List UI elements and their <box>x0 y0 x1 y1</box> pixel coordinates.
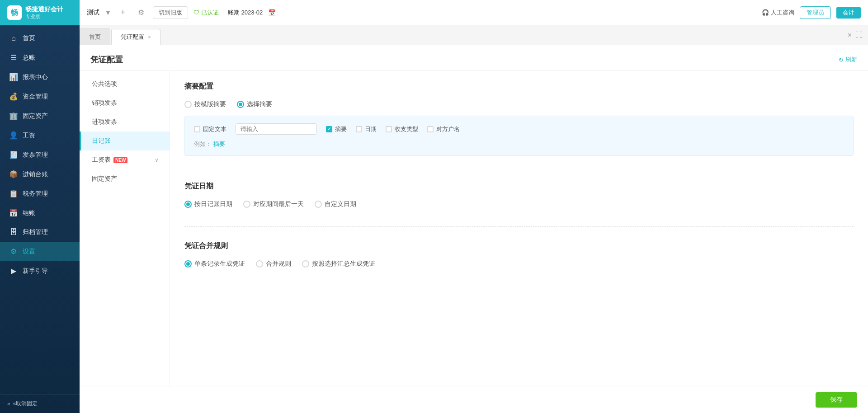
accountant-btn[interactable]: 会计 <box>836 7 861 19</box>
tab-home[interactable]: 首页 <box>80 28 110 45</box>
report-icon: 📊 <box>9 73 18 81</box>
left-nav-item-purchase_inv[interactable]: 进项发票 <box>80 113 170 131</box>
refresh-btn[interactable]: ↻ 刷新 <box>839 56 857 64</box>
switch-old-btn[interactable]: 切到旧版 <box>153 6 188 19</box>
example-prefix: 例如： <box>194 141 212 147</box>
radio-single[interactable]: 单条记录生成凭证 <box>184 260 245 268</box>
sidebar-item-settings[interactable]: ⚙ 设置 <box>0 242 80 261</box>
logo-icon: 畅 <box>7 5 22 20</box>
page-header: 凭证配置 ↻ 刷新 <box>80 45 868 71</box>
checkbox-income-type-outer <box>386 126 392 132</box>
radio-merge-rule-outer <box>256 260 263 268</box>
radio-select-inner <box>239 103 242 106</box>
sidebar-nav: ⌂ 首页 ☰ 总账 📊 报表中心 💰 资金管理 🏢 固定资产 👤 工资 🧾 发票… <box>0 25 80 394</box>
radio-journal-date[interactable]: 按日记账日期 <box>184 200 232 208</box>
sidebar-item-payroll[interactable]: 👤 工资 <box>0 126 80 145</box>
income-type-label: 收支类型 <box>395 125 418 133</box>
sidebar-item-guide[interactable]: ▶ 新手引导 <box>0 261 80 281</box>
close-window-btn[interactable]: × <box>848 31 852 39</box>
left-nav-item-fixed_assets[interactable]: 固定资产 <box>80 169 170 188</box>
left-nav-label-journal: 日记账 <box>92 137 111 145</box>
home-icon: ⌂ <box>9 34 18 42</box>
radio-summary-gen-label: 按照选择汇总生成凭证 <box>312 260 375 268</box>
radio-template-summary[interactable]: 按模版摘要 <box>184 100 226 108</box>
radio-custom-date[interactable]: 自定义日期 <box>315 200 356 208</box>
sidebar-item-tax[interactable]: 📋 税务管理 <box>0 184 80 203</box>
sidebar-item-label-close: 结账 <box>23 209 35 217</box>
logo-name: 畅捷通好会计 <box>25 5 63 13</box>
sidebar-item-capital[interactable]: 💰 资金管理 <box>0 87 80 106</box>
fixed-text-input[interactable] <box>236 123 317 135</box>
tab-close-icon[interactable]: × <box>148 34 151 40</box>
cancel-fixed-btn[interactable]: « «取消固定 <box>0 394 80 413</box>
checkbox-counterpart[interactable]: 对方户名 <box>427 125 460 133</box>
sidebar-item-purchase[interactable]: 📦 进销台账 <box>0 164 80 184</box>
logo-edition: 专业版 <box>25 13 63 20</box>
guide-icon: ▶ <box>9 267 18 275</box>
sidebar-item-report[interactable]: 📊 报表中心 <box>0 67 80 87</box>
radio-select-outer <box>237 101 244 108</box>
radio-single-label: 单条记录生成凭证 <box>194 260 245 268</box>
sidebar-item-label-purchase: 进销台账 <box>23 170 48 178</box>
summary-config-box: 固定文本 ✓ 摘要 <box>184 116 854 156</box>
sidebar-logo: 畅 畅捷通好会计 专业版 <box>0 0 80 25</box>
counterpart-label: 对方户名 <box>436 125 460 133</box>
checkbox-date[interactable]: 日期 <box>356 125 377 133</box>
tabs-bar: 首页 凭证配置 × × ⛶ <box>80 25 868 45</box>
consult-btn[interactable]: 🎧 人工咨询 <box>762 9 794 17</box>
refresh-label: 刷新 <box>845 56 857 64</box>
period-label: 账期 2023-02 <box>228 9 263 17</box>
radio-template-outer <box>184 101 192 108</box>
radio-period-last[interactable]: 对应期间最后一天 <box>243 200 304 208</box>
sidebar-item-home[interactable]: ⌂ 首页 <box>0 29 80 48</box>
left-nav-label-sales: 销项发票 <box>92 99 117 107</box>
company-dropdown-icon[interactable]: ▼ <box>105 9 111 16</box>
example-value: 摘要 <box>213 141 225 147</box>
radio-summary-gen[interactable]: 按照选择汇总生成凭证 <box>302 260 375 268</box>
checkbox-income-type[interactable]: 收支类型 <box>386 125 418 133</box>
date-radio-group: 按日记账日期 对应期间最后一天 自定义日期 <box>184 200 854 208</box>
sidebar-item-assets[interactable]: 🏢 固定资产 <box>0 106 80 126</box>
radio-journal-date-label: 按日记账日期 <box>194 200 232 208</box>
chevron-payroll_table: ∨ <box>155 157 159 163</box>
sidebar-item-archive[interactable]: 🗄 归档管理 <box>0 223 80 242</box>
calendar-icon[interactable]: 📅 <box>268 9 276 16</box>
left-nav-item-public[interactable]: 公共选项 <box>80 75 170 94</box>
add-company-btn[interactable]: + <box>117 6 129 19</box>
tab-voucher-config[interactable]: 凭证配置 × <box>111 29 160 45</box>
fullscreen-btn[interactable]: ⛶ <box>855 31 863 39</box>
new-badge-payroll_table: NEW <box>113 157 127 163</box>
tax-icon: 📋 <box>9 189 18 198</box>
summary-config-row: 固定文本 ✓ 摘要 <box>194 123 844 135</box>
left-nav-item-payroll_table[interactable]: 工资表NEW∨ <box>80 150 170 169</box>
radio-period-last-label: 对应期间最后一天 <box>253 200 304 208</box>
radio-custom-date-label: 自定义日期 <box>325 200 356 208</box>
sidebar-item-label-settings: 设置 <box>23 248 35 256</box>
left-nav-item-journal[interactable]: 日记账 <box>80 131 170 150</box>
radio-journal-date-inner <box>186 202 190 206</box>
right-content: 摘要配置 按模版摘要 选择摘要 <box>170 71 868 409</box>
sidebar-item-label-ledger: 总账 <box>23 54 35 62</box>
checkbox-summary[interactable]: ✓ 摘要 <box>326 125 347 133</box>
tab-voucher-config-label: 凭证配置 <box>121 33 144 41</box>
section-merge: 凭证合并规则 单条记录生成凭证 合并规则 <box>184 241 854 286</box>
checkbox-fixed-text[interactable]: 固定文本 <box>194 125 226 133</box>
radio-period-last-outer <box>243 201 250 208</box>
section-date: 凭证日期 按日记账日期 对应期间最后一天 <box>184 182 854 227</box>
radio-select-summary[interactable]: 选择摘要 <box>237 100 272 108</box>
admin-btn[interactable]: 管理员 <box>800 6 831 19</box>
sidebar-item-close[interactable]: 📅 结账 <box>0 203 80 223</box>
sidebar-item-invoice[interactable]: 🧾 发票管理 <box>0 145 80 164</box>
company-name: 测试 <box>87 9 99 17</box>
radio-single-inner <box>186 262 190 266</box>
sidebar-item-label-home: 首页 <box>23 34 35 42</box>
radio-merge-rule[interactable]: 合并规则 <box>256 260 291 268</box>
settings-gear-icon[interactable]: ⚙ <box>135 6 147 19</box>
sidebar-item-ledger[interactable]: ☰ 总账 <box>0 48 80 67</box>
radio-select-label: 选择摘要 <box>247 100 272 108</box>
save-btn[interactable]: 保存 <box>816 392 857 408</box>
date-section-title: 凭证日期 <box>184 182 854 191</box>
cancel-fixed-icon: « <box>7 401 10 407</box>
left-nav-item-sales[interactable]: 销项发票 <box>80 94 170 113</box>
close-icon: 📅 <box>9 209 18 217</box>
